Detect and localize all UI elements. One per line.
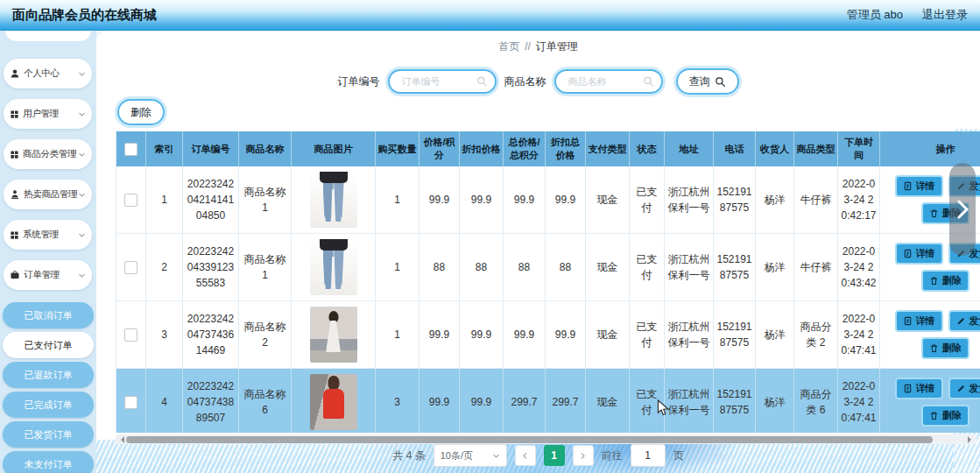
orders-table: 索引订单编号商品名称商品图片购买数量价格/积分折扣价格总价格/总积分折扣总价格支… [116,131,980,433]
row-checkbox[interactable] [124,328,137,342]
sidebar-item-3[interactable]: 商品分类管理 [4,139,92,169]
sidebar-item-partial[interactable] [5,31,91,41]
ship-button[interactable]: 发货 [948,378,980,399]
goto-label: 前往 [602,448,623,463]
delete-row-button[interactable]: 删除 [921,405,969,427]
column-header: 折扣总价格 [546,131,586,166]
cell-checkbox [116,369,146,433]
cell-phone: 15219187575 [714,234,756,300]
page-1-button[interactable]: 1 [544,445,565,466]
sidebar-subitem[interactable]: 已发货订单 [3,421,94,448]
sidebar-subitem-label: 已取消订单 [25,309,73,322]
order-no-input[interactable] [400,75,474,88]
batch-delete-button[interactable]: 删除 [117,99,165,125]
chevron-down-icon [78,272,86,279]
sidebar-subitem[interactable]: 已完成订单 [3,392,94,418]
cell-pay_type: 现金 [586,369,630,433]
column-header: 商品图片 [292,131,376,166]
product-image [310,307,357,363]
breadcrumb-current: 订单管理 [536,40,578,53]
sidebar-item-4[interactable]: 热卖商品管理 [4,180,92,209]
column-header: 购买数量 [376,131,419,166]
cell-price: 99.9 [419,301,460,368]
sidebar-subitem[interactable]: 已取消订单 [3,302,94,328]
grid-icon [10,230,19,240]
chevron-right-icon [579,452,587,460]
scrollbar-track[interactable] [126,435,966,443]
table-row: 1202232420421414104850商品名称 1199.999.999.… [116,166,980,234]
column-header: 状态 [630,131,665,166]
grid-icon [10,109,19,119]
breadcrumb-separator: // [525,40,531,53]
cell-receiver: 杨洋 [756,301,794,368]
next-page-button[interactable] [573,445,594,466]
admin-user-label: 管理员 abo [847,7,903,23]
cell-phone: 15219187575 [714,369,756,433]
cell-product_type: 牛仔裤 [794,166,838,233]
cell-checkbox [116,301,146,368]
cell-status: 已支付 [630,166,665,233]
product-name-input[interactable] [567,75,640,88]
column-header: 价格/积分 [419,131,460,166]
sidebar-item-2[interactable]: 用户管理 [4,99,92,129]
detail-button[interactable]: 详情 [895,175,943,197]
cell-receiver: 杨洋 [756,369,794,433]
cell-quantity: 1 [376,301,419,368]
sidebar-item-5[interactable]: 系统管理 [4,220,92,250]
grid-icon [10,150,19,159]
select-all-checkbox[interactable] [124,143,137,156]
horizontal-scrollbar[interactable] [116,434,976,444]
sidebar-subitem-label: 已退款订单 [25,369,73,382]
sidebar-submenu-list: 已取消订单已支付订单已退款订单已完成订单已发货订单未支付订单 [0,302,96,473]
query-button[interactable]: 查询 [676,68,739,95]
breadcrumb-home[interactable]: 首页 [498,40,519,53]
detail-button[interactable]: 详情 [895,243,943,265]
delete-row-button[interactable]: 删除 [921,337,969,359]
ship-button[interactable]: 发货 [948,310,980,332]
delete-row-button[interactable]: 删除 [921,270,969,292]
row-checkbox[interactable] [124,261,137,274]
column-header: 下单时间 [838,131,880,166]
cell-checkbox [116,234,146,300]
chevron-down-icon [78,70,86,78]
search-bar: 订单编号 商品名称 查询 [96,68,980,95]
app-title: 面向品牌会员的在线商城 [12,7,157,24]
cell-actions: 详情发货删除 [880,301,980,368]
column-header: 收货人 [756,131,794,166]
page-size-value: 10条/页 [441,449,473,462]
scroll-right-arrow-icon[interactable] [968,436,975,443]
row-checkbox[interactable] [124,396,137,409]
page-size-select[interactable]: 10条/页 [434,444,507,467]
cell-discount_total: 299.7 [546,369,586,433]
cell-index: 4 [146,369,183,433]
cell-quantity: 3 [376,369,419,433]
sidebar-subitem-label: 已发货订单 [25,428,73,441]
sidebar-item-6[interactable]: 订单管理 [4,260,92,290]
chevron-down-icon [78,191,86,199]
prev-page-button[interactable] [515,445,536,466]
row-checkbox[interactable] [124,194,137,207]
sidebar-subitem[interactable]: 未支付订单 [3,451,94,473]
scroll-left-arrow-icon[interactable] [117,436,124,443]
cell-discount_total: 88 [546,234,586,300]
detail-button[interactable]: 详情 [895,310,943,332]
sidebar-subitem[interactable]: 已退款订单 [3,362,94,388]
drawer-toggle[interactable] [949,163,976,256]
detail-button[interactable]: 详情 [895,378,943,399]
header-user-area: 管理员 abo 退出登录 [847,7,968,23]
breadcrumb: 首页//订单管理 [96,39,980,54]
sidebar-subitem-label: 已支付订单 [25,339,73,352]
cell-index: 1 [146,166,183,233]
sidebar-subitem[interactable]: 已支付订单 [3,332,94,358]
cell-pay_type: 现金 [586,166,630,233]
cell-address: 浙江杭州保利一号 [665,369,714,433]
sidebar-subitem-label: 已完成订单 [25,399,73,412]
goto-page-input[interactable] [631,444,666,467]
logout-link[interactable]: 退出登录 [922,7,968,23]
sidebar-item-1[interactable]: 个人中心 [4,59,92,88]
scrollbar-thumb[interactable] [126,436,933,443]
query-button-label: 查询 [689,74,710,89]
cell-discount_price: 88 [460,234,504,300]
cell-discount_price: 99.9 [460,369,504,433]
order-no-label: 订单编号 [338,74,380,89]
